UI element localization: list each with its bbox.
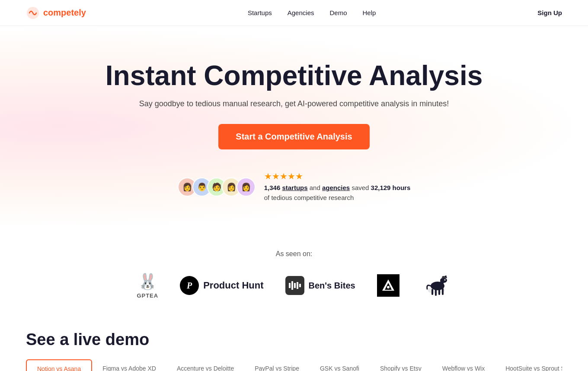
nav-startups[interactable]: Startups — [248, 9, 272, 16]
nav-links: Startups Agencies Demo Help — [248, 9, 376, 16]
demo-tab-figma-adobe[interactable]: Figma vs Adobe XD — [92, 359, 166, 371]
bens-bites-name: Ben's Bites — [309, 281, 355, 291]
demo-tab-gsk-sanofi[interactable]: GSK vs Sanofi — [310, 359, 370, 371]
product-hunt-logo: P Product Hunt — [180, 276, 263, 295]
as-seen-on-label: As seen on: — [9, 250, 579, 258]
startups-link[interactable]: startups — [282, 184, 307, 191]
agencies-link[interactable]: agencies — [322, 184, 350, 191]
demo-tabs: Notion vs Asana Figma vs Adobe XD Accent… — [26, 359, 562, 371]
svg-rect-16 — [442, 288, 444, 295]
svg-point-18 — [444, 279, 445, 281]
demo-tab-paypal-stripe[interactable]: PayPal vs Stripe — [244, 359, 310, 371]
hero-subheading: Say goodbye to tedious manual research, … — [9, 99, 579, 108]
logo-text: competely — [43, 8, 86, 18]
svg-point-8 — [387, 286, 390, 289]
nav-help[interactable]: Help — [363, 9, 376, 16]
svg-rect-13 — [431, 289, 433, 295]
gptea-text: GPTEA — [137, 292, 158, 299]
count: 1,346 — [264, 184, 281, 191]
svg-rect-4 — [297, 282, 298, 289]
avatar-group: 👩 👨 🧑 👩 👩 — [178, 178, 256, 197]
ai-valley-logo — [377, 274, 399, 297]
nav-agencies[interactable]: Agencies — [288, 9, 314, 16]
social-proof: 👩 👨 🧑 👩 👩 ★★★★★ 1,346 startups and agenc… — [9, 171, 579, 203]
navbar: competely Startups Agencies Demo Help Si… — [0, 0, 588, 26]
product-hunt-name: Product Hunt — [203, 280, 263, 291]
bens-bites-logo: Ben's Bites — [285, 276, 355, 295]
gptea-bunny-icon: 🐰 — [138, 273, 157, 291]
demo-tab-hootsuite-sprout[interactable]: HootSuite vs Sprout Social — [495, 359, 562, 371]
svg-rect-3 — [294, 283, 296, 288]
star-rating: ★★★★★ — [264, 171, 411, 181]
hero-heading: Instant Competitive Analysis — [9, 60, 579, 91]
svg-rect-15 — [438, 289, 440, 295]
hours: 32,129 hours — [371, 184, 411, 191]
demo-tab-webflow-wix[interactable]: Webflow vs Wix — [432, 359, 495, 371]
demo-tab-accenture-deloitte[interactable]: Accenture vs Deloitte — [166, 359, 244, 371]
svg-rect-2 — [291, 281, 293, 290]
signup-button[interactable]: Sign Up — [537, 9, 562, 16]
logos-row: 🐰 GPTEA P Product Hunt Ben's Bites — [9, 271, 579, 300]
demo-tab-notion-asana[interactable]: Notion vs Asana — [26, 359, 92, 371]
svg-rect-1 — [289, 283, 291, 288]
superception-logo — [421, 271, 451, 300]
svg-rect-12 — [440, 280, 444, 285]
hero-section: Instant Competitive Analysis Say goodbye… — [0, 26, 588, 228]
avatar: 👩 — [236, 178, 256, 197]
stats-text: 1,346 startups and agencies saved 32,129… — [264, 183, 411, 203]
as-seen-on-section: As seen on: 🐰 GPTEA P Product Hunt — [0, 228, 588, 313]
demo-title: See a live demo — [26, 330, 562, 349]
svg-rect-5 — [299, 284, 301, 287]
gptea-logo: 🐰 GPTEA — [137, 273, 158, 299]
demo-section: See a live demo Notion vs Asana Figma vs… — [0, 313, 588, 371]
rating-block: ★★★★★ 1,346 startups and agencies saved … — [264, 171, 411, 203]
product-hunt-icon: P — [180, 276, 199, 295]
bens-bites-icon — [285, 276, 304, 295]
nav-demo[interactable]: Demo — [329, 9, 347, 16]
cta-button[interactable]: Start a Competitive Analysis — [218, 124, 369, 149]
ai-valley-icon — [377, 274, 399, 297]
stats-suffix: of tedious competitive research — [264, 194, 354, 201]
svg-rect-14 — [435, 289, 437, 296]
demo-tab-shopify-etsy[interactable]: Shopify vs Etsy — [370, 359, 432, 371]
logo-link[interactable]: competely — [26, 6, 86, 20]
